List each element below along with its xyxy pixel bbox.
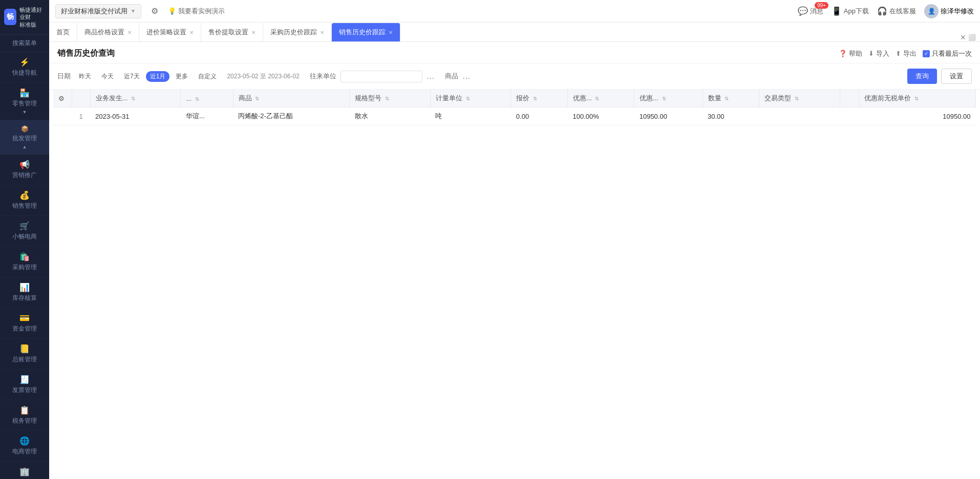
cell-transaction-type <box>759 107 840 125</box>
col-spec[interactable]: 规格型号 ⇅ <box>350 90 430 107</box>
sidebar-item-sales[interactable]: 💰 销售管理 <box>0 185 49 216</box>
quick-nav-icon: ⚡ <box>19 57 30 67</box>
tab-purchase-history[interactable]: 采购历史价跟踪 ✕ <box>263 23 332 41</box>
tab-sale-price[interactable]: 售价提取设置 ✕ <box>201 23 263 41</box>
sidebar-item-purchase[interactable]: 🛍️ 采购管理 <box>0 247 49 277</box>
sidebar-item-wholesale[interactable]: 📦 批发管理 ▲ <box>0 120 49 155</box>
tab-price-close-icon[interactable]: ✕ <box>127 30 132 35</box>
sidebar: 畅 畅捷通好业财 标准版 搜索菜单 ⚡ 快捷导航 🏪 零售管理 ▼ 📦 批发管理… <box>0 0 49 479</box>
message-icon: 💬 <box>798 6 808 16</box>
app-label: App下载 <box>844 7 869 16</box>
date-filter-group: 日期 昨天 今天 近7天 近1月 更多 自定义 2023-05-02 至 202… <box>57 71 300 82</box>
col-discount-price[interactable]: 优惠... ⇅ <box>634 90 702 107</box>
sidebar-item-marketing[interactable]: 📢 营销推广 <box>0 155 49 185</box>
col-pretax-unit-price[interactable]: 优惠前无税单价 ⇅ <box>859 90 976 107</box>
demo-icon: 💡 <box>168 7 176 15</box>
finance-icon: 💳 <box>19 313 30 323</box>
table-row[interactable]: 1 2023-05-31 华谊... 丙烯酸-2-乙基己酯 散水 吨 0.00 … <box>53 107 976 125</box>
close-window-icon[interactable]: ✕ <box>960 33 966 41</box>
export-icon: ⬆ <box>896 50 901 57</box>
maximize-window-icon[interactable]: ⬜ <box>968 34 976 41</box>
cell-unit: 吨 <box>430 107 510 125</box>
sidebar-item-quick-nav[interactable]: ⚡ 快捷导航 <box>0 52 49 83</box>
tab-purchase-strategy[interactable]: 进价策略设置 ✕ <box>139 23 201 41</box>
col-business-date[interactable]: 业务发生... ⇅ <box>90 90 181 107</box>
date-option-yesterday[interactable]: 昨天 <box>75 71 95 82</box>
table-body: 1 2023-05-31 华谊... 丙烯酸-2-乙基己酯 散水 吨 0.00 … <box>53 107 976 125</box>
online-service-button[interactable]: 🎧 在线客服 <box>877 6 916 16</box>
product-more-icon[interactable]: … <box>462 72 471 81</box>
version-selector[interactable]: 好业财标准版交付试用 ▼ <box>55 4 141 18</box>
sidebar-item-ecommerce[interactable]: 🌐 电商管理 <box>0 431 49 462</box>
date-option-custom[interactable]: 自定义 <box>194 71 221 82</box>
message-button[interactable]: 💬 消息 99+ <box>798 6 823 16</box>
help-button[interactable]: ❓ 帮助 <box>839 49 862 58</box>
col-settings[interactable]: ⚙ <box>53 90 72 107</box>
page-header-actions: ❓ 帮助 ⬇ 导入 ⬆ 导出 ✓ 只看最后一次 <box>839 49 972 58</box>
sidebar-item-finance[interactable]: 💳 资金管理 <box>0 308 49 339</box>
date-option-today[interactable]: 今天 <box>97 71 118 82</box>
sidebar-item-ledger[interactable]: 📒 总账管理 <box>0 339 49 369</box>
tab-home[interactable]: 首页 <box>49 23 77 41</box>
col-transaction-type[interactable]: 交易类型 ⇅ <box>759 90 840 107</box>
tab-purchase-history-close-icon[interactable]: ✕ <box>320 30 324 35</box>
help-icon: ❓ <box>839 50 847 57</box>
sort-icon-pretax: ⇅ <box>914 96 919 101</box>
col-more[interactable]: ... ⇅ <box>181 90 233 107</box>
sidebar-item-fixed-assets[interactable]: 🏢 固定资产 <box>0 462 49 479</box>
import-button[interactable]: ⬇ 导入 <box>868 49 889 58</box>
topbar-settings-button[interactable]: ⚙ <box>147 4 162 18</box>
only-last-checkbox[interactable]: ✓ 只看最后一次 <box>923 49 972 58</box>
user-menu[interactable]: 👤 徐泽华修改 <box>924 4 974 18</box>
cell-discount-rate: 100.00% <box>568 107 634 125</box>
export-button[interactable]: ⬆ 导出 <box>896 49 917 58</box>
tab-purchase-history-label: 采购历史价跟踪 <box>270 28 317 37</box>
date-option-last1m[interactable]: 近1月 <box>146 71 170 82</box>
cell-pretax-unit-price: 10950.00 <box>859 107 976 125</box>
sidebar-item-xiao-ecommerce[interactable]: 🛒 小畅电商 <box>0 216 49 247</box>
tab-purchase-strategy-close-icon[interactable]: ✕ <box>189 30 194 35</box>
tab-sale-history[interactable]: 销售历史价跟踪 ✕ <box>332 23 400 41</box>
sidebar-item-inventory[interactable]: 📊 库存核算 <box>0 277 49 308</box>
date-option-last7[interactable]: 近7天 <box>120 71 144 82</box>
ecommerce-icon: 🌐 <box>19 436 30 446</box>
logo-text: 畅捷通好业财 标准版 <box>19 6 45 28</box>
partner-input[interactable] <box>340 71 422 82</box>
inventory-icon: 📊 <box>19 282 30 292</box>
date-range: 2023-05-02 至 2023-06-02 <box>227 72 299 81</box>
tab-price[interactable]: 商品价格设置 ✕ <box>77 23 139 41</box>
col-quantity[interactable]: 数量 ⇅ <box>702 90 759 107</box>
col-product[interactable]: 商品 ⇅ <box>233 90 350 107</box>
sidebar-item-retail[interactable]: 🏪 零售管理 ▼ <box>0 83 49 120</box>
query-button[interactable]: 查询 <box>907 69 937 84</box>
sort-icon-more: ⇅ <box>195 96 199 102</box>
sidebar-search[interactable]: 搜索菜单 <box>0 35 49 52</box>
tab-sale-price-close-icon[interactable]: ✕ <box>251 30 255 35</box>
xiao-ecommerce-icon: 🛒 <box>19 221 30 231</box>
app-download-button[interactable]: 📱 App下载 <box>832 6 869 16</box>
cell-quantity: 30.00 <box>702 107 759 125</box>
col-unit[interactable]: 计量单位 ⇅ <box>430 90 510 107</box>
main-area: 好业财标准版交付试用 ▼ ⚙ 💡 我要看实例演示 💬 消息 99+ 📱 App下… <box>49 0 980 479</box>
cell-spacer <box>840 107 859 125</box>
date-label: 日期 <box>57 72 71 81</box>
sidebar-item-invoice[interactable]: 🧾 发票管理 <box>0 369 49 400</box>
sales-icon: 💰 <box>19 190 30 200</box>
tab-sale-history-close-icon[interactable]: ✕ <box>389 30 393 35</box>
col-discount-rate[interactable]: 优惠... ⇅ <box>568 90 634 107</box>
purchase-icon: 🛍️ <box>19 252 30 262</box>
demo-link[interactable]: 💡 我要看实例演示 <box>168 7 225 16</box>
sidebar-logo: 畅 畅捷通好业财 标准版 <box>0 0 49 35</box>
wholesale-icon: 📦 <box>21 125 29 133</box>
marketing-icon: 📢 <box>19 160 30 169</box>
date-option-more[interactable]: 更多 <box>172 71 192 82</box>
sidebar-item-tax[interactable]: 📋 税务管理 <box>0 400 49 431</box>
sort-icon-price: ⇅ <box>533 96 537 101</box>
settings-button[interactable]: 设置 <box>941 69 972 84</box>
col-price[interactable]: 报价 ⇅ <box>511 90 568 107</box>
avatar: 👤 <box>924 4 939 18</box>
cell-business-date: 2023-05-31 <box>90 107 181 125</box>
partner-more-icon[interactable]: … <box>427 72 435 81</box>
col-seq <box>72 90 90 107</box>
cell-seq: 1 <box>72 107 90 125</box>
